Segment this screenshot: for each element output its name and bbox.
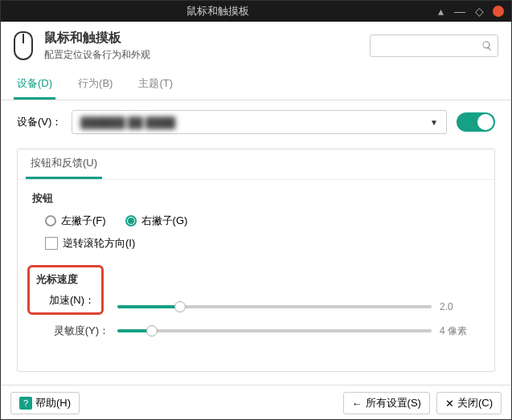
slider-thumb[interactable] bbox=[174, 301, 186, 312]
header: 鼠标和触摸板 配置定位设备行为和外观 bbox=[1, 22, 511, 70]
checkbox-reverse-label: 逆转滚轮方向(I) bbox=[63, 236, 135, 251]
search-input[interactable] bbox=[370, 35, 498, 57]
help-label: 帮助(H) bbox=[35, 396, 71, 410]
sensitivity-value: 4 像素 bbox=[440, 324, 480, 338]
radio-right-handed[interactable]: 右撇子(G) bbox=[125, 214, 188, 228]
device-combobox[interactable]: ██████ ██ ████ ▼ bbox=[72, 110, 447, 134]
accel-value: 2.0 bbox=[440, 301, 480, 312]
close-icon: ✕ bbox=[445, 398, 454, 410]
footer: ? 帮助(H) ← 所有设置(S) ✕ 关闭(C) bbox=[1, 385, 511, 420]
page-title: 鼠标和触摸板 bbox=[44, 30, 150, 47]
slider-thumb[interactable] bbox=[146, 325, 158, 336]
tab-behavior[interactable]: 行为(B) bbox=[75, 70, 116, 100]
help-icon: ? bbox=[19, 397, 32, 410]
device-label: 设备(V)： bbox=[17, 115, 62, 129]
mouse-icon bbox=[14, 31, 33, 60]
titlebar: 鼠标和触摸板 ▴ — ◇ bbox=[1, 1, 511, 22]
radio-right-label: 右撇子(G) bbox=[141, 214, 188, 228]
sensitivity-label: 灵敏度(Y)： bbox=[45, 324, 109, 338]
section-cursor-title: 光标速度 bbox=[36, 272, 95, 287]
help-button[interactable]: ? 帮助(H) bbox=[10, 392, 80, 414]
up-icon[interactable]: ▴ bbox=[434, 5, 447, 18]
page-subtitle: 配置定位设备行为和外观 bbox=[44, 48, 150, 62]
tab-device[interactable]: 设备(D) bbox=[14, 70, 55, 100]
arrow-left-icon: ← bbox=[352, 398, 362, 410]
tab-theme[interactable]: 主题(T) bbox=[135, 70, 176, 100]
minimize-icon[interactable]: — bbox=[453, 5, 466, 18]
close-label: 关闭(C) bbox=[457, 396, 493, 410]
all-settings-button[interactable]: ← 所有设置(S) bbox=[343, 392, 430, 414]
settings-panel: 按钮和反馈(U) 按钮 左撇子(F) 右撇子(G) 逆转滚轮方向(I) 光标速度 bbox=[17, 149, 495, 372]
radio-left-label: 左撇子(F) bbox=[61, 214, 106, 228]
device-value: ██████ ██ ████ bbox=[80, 116, 175, 128]
search-icon bbox=[481, 40, 493, 51]
close-button[interactable]: ✕ 关闭(C) bbox=[436, 392, 502, 414]
radio-icon bbox=[45, 215, 56, 226]
radio-icon bbox=[125, 215, 137, 226]
acceleration-slider[interactable] bbox=[117, 299, 432, 315]
window-title: 鼠标和触摸板 bbox=[7, 4, 428, 18]
section-buttons-title: 按钮 bbox=[32, 191, 480, 206]
close-icon bbox=[493, 6, 504, 17]
accel-label: 加速(N)： bbox=[49, 294, 95, 306]
radio-left-handed[interactable]: 左撇子(F) bbox=[45, 214, 106, 228]
main-tabs: 设备(D) 行为(B) 主题(T) bbox=[1, 70, 511, 100]
checkbox-reverse-scroll[interactable] bbox=[45, 237, 58, 250]
close-window-button[interactable] bbox=[492, 5, 505, 18]
all-settings-label: 所有设置(S) bbox=[366, 396, 421, 410]
chevron-down-icon: ▼ bbox=[430, 118, 438, 127]
sensitivity-slider[interactable] bbox=[117, 323, 432, 339]
device-toggle[interactable] bbox=[457, 112, 495, 132]
panel-tab-buttons[interactable]: 按钮和反馈(U) bbox=[26, 149, 102, 179]
maximize-icon[interactable]: ◇ bbox=[473, 5, 485, 18]
highlight-annotation: 光标速度 加速(N)： bbox=[27, 265, 104, 315]
